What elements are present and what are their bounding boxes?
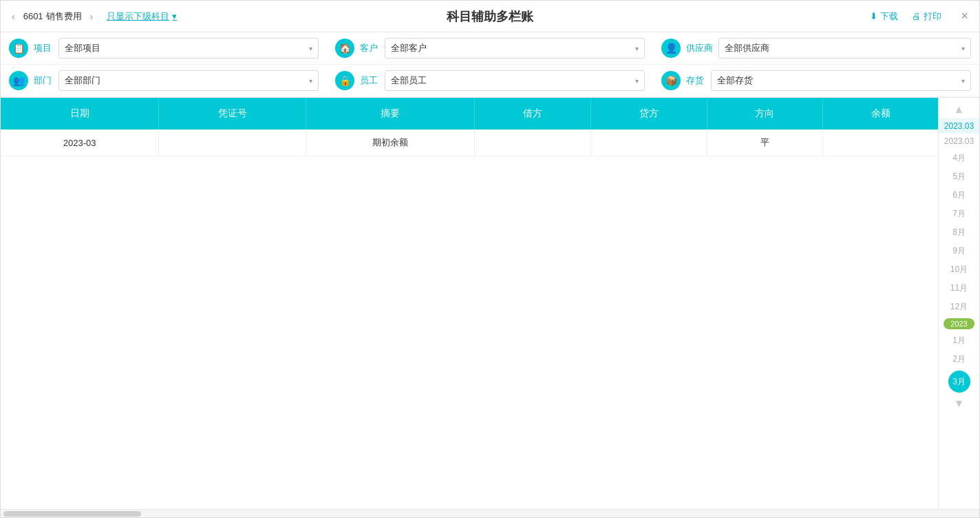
supplier-value: 全部供应商 <box>725 42 961 54</box>
print-button[interactable]: 🖨 打印 <box>912 10 941 23</box>
table-row: 2023-03 期初余额 平 <box>1 130 938 156</box>
timeline-sidebar: ▲ 2023.03 2023.03 4月 5月 6月 7月 8月 9月 10月 … <box>938 98 979 509</box>
dept-select[interactable]: 全部部门 ▾ <box>58 70 319 91</box>
timeline-item-4[interactable]: 4月 <box>939 149 979 167</box>
col-summary: 摘要 <box>306 98 474 130</box>
timeline-item-5[interactable]: 5月 <box>939 167 979 186</box>
content-area: 日期 凭证号 摘要 借方 贷方 方向 余额 2023-03 期初余额 <box>1 98 979 509</box>
filter-project: 📋 项目 全部项目 ▾ <box>1 32 327 65</box>
timeline-item-9[interactable]: 9月 <box>939 242 979 260</box>
filter-employee: 🔒 员工 全部员工 ▾ <box>327 65 653 97</box>
inventory-select[interactable]: 全部存货 ▾ <box>711 70 971 91</box>
filter-supplier: 👤 供应商 全部供应商 ▾ <box>653 32 979 65</box>
customer-chevron-icon: ▾ <box>635 45 639 52</box>
main-window: ‹ 6601 销售费用 › 只显示下级科目 ▾ 科目辅助多栏账 ⬇ 下载 🖨 打… <box>0 0 980 518</box>
col-direction: 方向 <box>707 98 823 130</box>
filter-inventory: 📦 存货 全部存货 ▾ <box>653 65 979 97</box>
col-credit: 贷方 <box>590 98 707 130</box>
employee-value: 全部员工 <box>391 74 635 87</box>
inventory-label: 存货 <box>686 74 705 87</box>
page-title: 科目辅助多栏账 <box>447 8 533 25</box>
employee-chevron-icon: ▾ <box>635 77 639 85</box>
inventory-chevron-icon: ▾ <box>961 77 965 85</box>
account-code: 6601 <box>23 11 43 21</box>
supplier-label: 供应商 <box>686 42 713 54</box>
supplier-icon: 👤 <box>661 39 681 58</box>
dept-icon: 👥 <box>9 71 28 90</box>
timeline-item-1[interactable]: 1月 <box>939 331 979 350</box>
top-bar: ‹ 6601 销售费用 › 只显示下级科目 ▾ 科目辅助多栏账 ⬇ 下载 🖨 打… <box>1 1 979 32</box>
employee-icon: 🔒 <box>335 71 354 90</box>
timeline-item-12[interactable]: 12月 <box>939 298 979 316</box>
customer-value: 全部客户 <box>391 42 635 54</box>
col-voucher: 凭证号 <box>159 98 306 130</box>
horizontal-scrollbar[interactable] <box>1 509 979 517</box>
print-icon: 🖨 <box>912 11 921 21</box>
timeline-item-6[interactable]: 6月 <box>939 186 979 205</box>
download-icon: ⬇ <box>870 11 877 21</box>
ledger-table: 日期 凭证号 摘要 借方 贷方 方向 余额 2023-03 期初余额 <box>1 98 938 156</box>
project-label: 项目 <box>34 42 53 54</box>
table-area: 日期 凭证号 摘要 借方 贷方 方向 余额 2023-03 期初余额 <box>1 98 938 509</box>
employee-label: 员工 <box>360 74 379 87</box>
employee-select[interactable]: 全部员工 ▾ <box>385 70 645 91</box>
col-date: 日期 <box>1 98 159 130</box>
col-debit: 借方 <box>474 98 590 130</box>
inventory-icon: 📦 <box>661 71 681 90</box>
timeline-item-11[interactable]: 11月 <box>939 279 979 298</box>
project-select[interactable]: 全部项目 ▾ <box>58 38 319 59</box>
supplier-select[interactable]: 全部供应商 ▾ <box>718 38 971 59</box>
timeline-item-10[interactable]: 10月 <box>939 260 979 279</box>
account-name: 销售费用 <box>46 10 82 23</box>
timeline-item-2023-03-sub[interactable]: 2023.03 <box>939 134 979 149</box>
dept-label: 部门 <box>34 74 53 87</box>
cell-date: 2023-03 <box>1 130 159 156</box>
show-sub-arrow-icon: ▾ <box>172 11 177 21</box>
download-button[interactable]: ⬇ 下载 <box>870 10 898 23</box>
project-value: 全部项目 <box>65 42 309 54</box>
dept-value: 全部部门 <box>65 74 309 87</box>
prev-account-arrow[interactable]: ‹ <box>12 11 15 22</box>
timeline-up-arrow[interactable]: ▲ <box>951 101 968 118</box>
scrollbar-thumb[interactable] <box>3 511 141 517</box>
download-label: 下载 <box>880 10 898 23</box>
dept-chevron-icon: ▾ <box>309 77 312 85</box>
account-tag: 6601 销售费用 <box>23 10 82 23</box>
col-balance: 余额 <box>823 98 938 130</box>
supplier-chevron-icon: ▾ <box>961 45 965 52</box>
print-label: 打印 <box>924 10 941 23</box>
filter-area: 📋 项目 全部项目 ▾ 🏠 客户 全部客户 ▾ 👤 供应商 全部供应商 ▾ <box>1 32 979 98</box>
filter-customer: 🏠 客户 全部客户 ▾ <box>327 32 653 65</box>
cell-balance <box>823 130 938 156</box>
timeline-item-7[interactable]: 7月 <box>939 205 979 223</box>
timeline-item-3-selected[interactable]: 3月 <box>948 371 970 393</box>
project-icon: 📋 <box>9 39 28 58</box>
filter-dept: 👥 部门 全部部门 ▾ <box>1 65 327 97</box>
next-account-arrow[interactable]: › <box>90 11 94 22</box>
cell-debit <box>474 130 590 156</box>
timeline-item-8[interactable]: 8月 <box>939 223 979 242</box>
show-sub-button[interactable]: 只显示下级科目 ▾ <box>107 10 177 23</box>
timeline-item-2[interactable]: 2月 <box>939 350 979 369</box>
customer-select[interactable]: 全部客户 ▾ <box>385 38 645 59</box>
cell-direction: 平 <box>707 130 823 156</box>
cell-credit <box>590 130 707 156</box>
customer-label: 客户 <box>360 42 379 54</box>
timeline-year-badge-2023[interactable]: 2023 <box>944 318 974 329</box>
customer-icon: 🏠 <box>335 39 354 58</box>
cell-voucher <box>159 130 306 156</box>
project-chevron-icon: ▾ <box>309 45 312 52</box>
timeline-down-arrow[interactable]: ▼ <box>951 395 968 413</box>
inventory-value: 全部存货 <box>717 74 961 87</box>
show-sub-label: 只显示下级科目 <box>107 10 169 23</box>
top-actions: ⬇ 下载 🖨 打印 × <box>870 9 968 23</box>
cell-summary: 期初余额 <box>306 130 474 156</box>
timeline-item-2023-03-top[interactable]: 2023.03 <box>939 118 979 134</box>
close-button[interactable]: × <box>961 9 968 23</box>
